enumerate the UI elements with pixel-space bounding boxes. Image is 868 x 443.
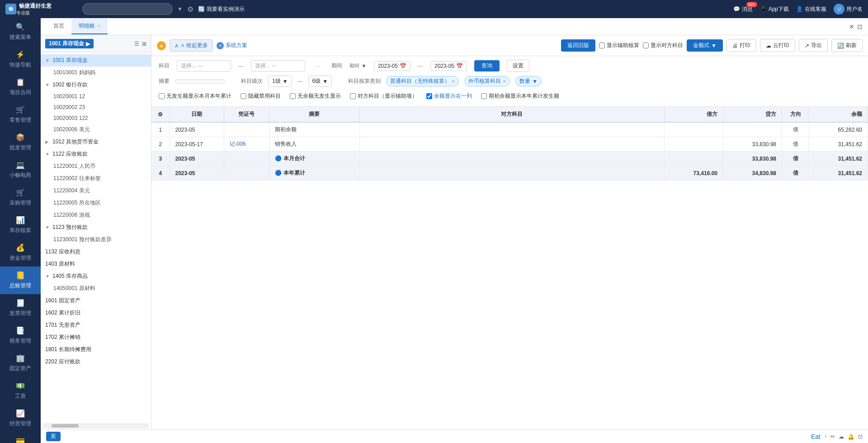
list-view-icon[interactable]: ☰ <box>134 41 139 47</box>
tree-item-11220006[interactable]: 11220006 游戏 <box>41 209 151 221</box>
cb-initial-balance[interactable]: 期初余额显示本年累计发生额 <box>481 92 559 100</box>
sidebar-item-wholesale[interactable]: 📦 批发管理 <box>0 129 41 156</box>
settings-gear-icon[interactable]: ⚙ <box>158 111 163 118</box>
summary-filter-input[interactable] <box>175 80 225 83</box>
top-search-input[interactable] <box>82 3 173 15</box>
sidebar-item-sales[interactable]: 💳 小畅报销 <box>0 432 41 443</box>
cb-show-opposite[interactable]: 对方科目（显示辅助项） <box>350 92 417 100</box>
sidebar-item-tax[interactable]: 📑 税务管理 <box>0 322 41 349</box>
lang-switch-button[interactable]: 英 <box>46 432 61 441</box>
sidebar-item-salary[interactable]: 💵 工资 <box>0 377 41 405</box>
tree-item-1132[interactable]: 1132 应收利息 <box>41 246 151 258</box>
tree-item-1403[interactable]: 1403 原材料 <box>41 258 151 270</box>
sidebar-item-inventory[interactable]: 📊 库存核算 <box>0 211 41 239</box>
period-start-input[interactable]: 2023-05 📅 <box>374 61 410 71</box>
tree-item-11220004[interactable]: 11220004 美元 <box>41 185 151 197</box>
tree-item-2202[interactable]: 2202 应付账款 <box>41 356 151 368</box>
sidebar-item-operation[interactable]: 📈 经营管理 <box>0 405 41 432</box>
tree-item-10020001[interactable]: 10020001 12 <box>41 91 151 102</box>
sidebar-item-quick-nav[interactable]: ⚡ 快捷导航 <box>0 46 41 73</box>
tree-item-11220005[interactable]: 11220005 所在地区 <box>41 197 151 209</box>
tree-item-1702[interactable]: 1702 累计摊销 <box>41 331 151 343</box>
demo-link[interactable]: 🔄 我要看实例演示 <box>198 5 245 13</box>
tree-item-1601[interactable]: 1601 固定资产 <box>41 295 151 307</box>
arrow-up-icon[interactable]: ↑ <box>824 433 827 440</box>
setting-button[interactable]: 设置 <box>507 60 529 72</box>
collapse-more-button[interactable]: ∧ ∧ 收起更多 <box>170 39 213 52</box>
refresh-button[interactable]: 🔄 刷新 <box>831 39 863 52</box>
edit-icon[interactable]: ✏ <box>830 433 835 440</box>
search-dropdown-icon[interactable]: ▼ <box>177 6 183 12</box>
amount-mode-dropdown[interactable]: 金额式 ▼ <box>687 39 723 52</box>
cb-no-balance-show-input[interactable] <box>290 93 296 99</box>
sidebar-item-retail[interactable]: 🛒 零售管理 <box>0 101 41 129</box>
sidebar-item-ledger[interactable]: 📒 总账管理 <box>0 267 41 294</box>
filter-tag-normal-close[interactable]: × <box>452 78 455 85</box>
message-action[interactable]: 💬 消息 99+ <box>733 5 753 13</box>
show-opposite-input[interactable] <box>643 43 649 48</box>
export-button[interactable]: ↗ 导出 <box>799 39 828 52</box>
sidebar-item-invoice[interactable]: 🧾 发票管理 <box>0 294 41 322</box>
tree-scrollbar[interactable] <box>42 423 149 429</box>
online-service-action[interactable]: 👤 在线客服 <box>796 5 826 13</box>
tree-item-11220001[interactable]: 11220001 人民币 <box>41 160 151 172</box>
maximize-icon[interactable]: ⊡ <box>857 23 863 30</box>
tab-home[interactable]: 首页 <box>46 19 71 34</box>
sidebar-item-assets[interactable]: 🏢 固定资产 <box>0 349 41 377</box>
tab-close-icon[interactable]: × <box>98 24 100 29</box>
period-end-input[interactable]: 2023-05 📅 <box>430 61 467 71</box>
filter-tag-foreign-close[interactable]: × <box>503 78 506 85</box>
tree-item-1801[interactable]: 1801 长期待摊费用 <box>41 343 151 356</box>
sidebar-item-project[interactable]: 📋 项目合同 <box>0 73 41 101</box>
show-auxiliary-checkbox[interactable]: 显示辅助核算 <box>599 42 639 49</box>
sidebar-item-search[interactable]: 🔍 搜索菜单 <box>0 18 41 46</box>
expand-icon[interactable]: ⊞ <box>142 41 146 47</box>
tree-item-1405[interactable]: ▼ 1405 库存商品 <box>41 270 151 282</box>
tree-item-10020002[interactable]: 10020002 23 <box>41 102 151 113</box>
tree-item-1602[interactable]: 1602 累计折旧 <box>41 307 151 319</box>
back-old-button[interactable]: 返回旧版 <box>561 39 595 52</box>
cloud-print-button[interactable]: ☁ 云打印 <box>760 39 795 52</box>
tree-item-14050001[interactable]: 14050001 原材料 <box>41 282 151 295</box>
tree-item-1122[interactable]: ▼ 1122 应收账款 <box>41 148 151 160</box>
period-dropdown-icon[interactable]: ▼ <box>361 63 367 69</box>
sidebar-item-ecommerce[interactable]: 💻 小畅电商 <box>0 156 41 184</box>
query-button[interactable]: 查询 <box>474 60 500 71</box>
bell-icon[interactable]: 🔔 <box>848 433 854 440</box>
print-button[interactable]: 🖨 打印 <box>726 39 756 52</box>
cb-no-balance[interactable]: 无发生额显示本月本年累计 <box>159 92 231 100</box>
tree-item-1123[interactable]: ▼ 1123 预付账款 <box>41 221 151 233</box>
sidebar-item-capital[interactable]: 💰 资金管理 <box>0 239 41 267</box>
tree-item-1012[interactable]: ▶ 1012 其他货币资金 <box>41 136 151 148</box>
cb-initial-balance-input[interactable] <box>481 93 487 99</box>
cb-show-balance-col-input[interactable] <box>426 93 432 99</box>
cb-show-balance-col[interactable]: 余额显示在一列 <box>426 92 472 100</box>
sidebar-item-purchase[interactable]: 🛒 采购管理 <box>0 184 41 211</box>
show-auxiliary-input[interactable] <box>599 43 605 48</box>
cb-no-balance-input[interactable] <box>159 93 165 99</box>
level-start-select[interactable]: 1级 ▼ <box>268 76 292 87</box>
cb-hide-disabled-input[interactable] <box>241 93 246 99</box>
user-action[interactable]: U 用户名 <box>834 4 863 14</box>
tree-item-10010001[interactable]: 10010001 妈妈妈 <box>41 67 151 79</box>
cb-no-balance-show[interactable]: 无余额无发生显示 <box>290 92 341 100</box>
cb-show-opposite-input[interactable] <box>350 93 356 99</box>
tree-item-10020006[interactable]: 10020006 美元 <box>41 124 151 136</box>
tree-item-11220002[interactable]: 11220002 往来标签 <box>41 172 151 185</box>
voucher-link-2[interactable]: 记-006 <box>230 141 246 147</box>
account-filter-input[interactable]: 选择... ··· <box>177 60 231 71</box>
tree-item-1001[interactable]: ▼ 1001 库存现金 <box>41 54 151 67</box>
tree-item-11230001[interactable]: 11230001 预付账款差异 <box>41 233 151 246</box>
tree-item-10020003[interactable]: 10020003 122 <box>41 113 151 124</box>
tree-item-1701[interactable]: 1701 无形资产 <box>41 319 151 331</box>
box-icon[interactable]: ⊡ <box>858 433 863 440</box>
cb-hide-disabled[interactable]: 隐藏禁用科目 <box>241 92 281 100</box>
filter-tag-quantity-dropdown[interactable]: ▼ <box>532 78 538 85</box>
cloud-icon[interactable]: ☁ <box>839 433 844 440</box>
level-end-select[interactable]: 6级 ▼ <box>308 76 332 87</box>
app-download-action[interactable]: 📱 App下载 <box>760 5 789 13</box>
tree-item-1002[interactable]: ▼ 1002 银行存款 <box>41 79 151 91</box>
show-opposite-checkbox[interactable]: 显示对方科目 <box>643 42 683 49</box>
tab-ledger[interactable]: 明细账 × <box>71 19 108 34</box>
close-window-icon[interactable]: ✕ <box>849 23 854 30</box>
